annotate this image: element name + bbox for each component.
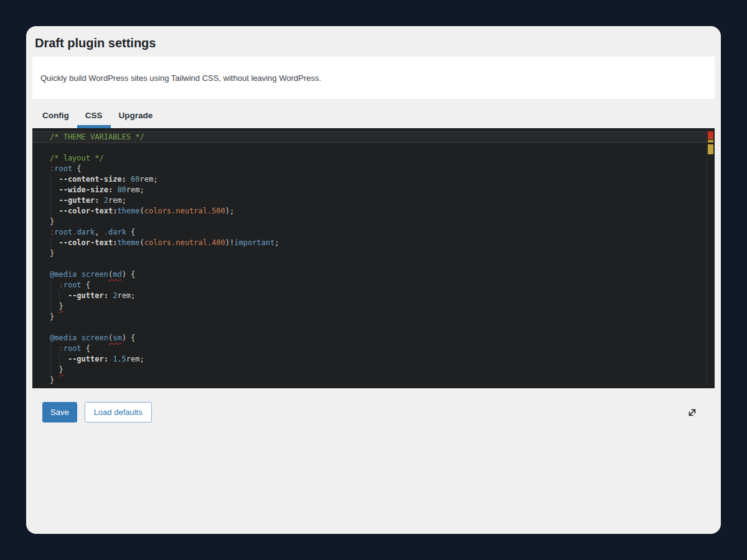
code-line[interactable]: --gutter: 2rem;: [50, 195, 706, 206]
code-line[interactable]: [50, 259, 706, 269]
tab-css-label: CSS: [85, 111, 103, 120]
code-line[interactable]: --wide-size: 80rem;: [50, 185, 706, 195]
code-line[interactable]: --color-text:theme(colors.neutral.400)!i…: [50, 238, 706, 248]
code-line[interactable]: }: [50, 375, 706, 386]
indent-guide: [50, 365, 51, 375]
indent-guide: [50, 195, 51, 206]
code-line[interactable]: }: [50, 217, 706, 227]
indent-guide: [50, 280, 51, 291]
indent-guide: [50, 206, 51, 217]
settings-panel: Draft plugin settings Quickly build Word…: [26, 26, 721, 534]
code-line[interactable]: :root.dark, .dark {: [50, 227, 706, 238]
indent-guide: [50, 343, 51, 354]
code-line[interactable]: --gutter: 1.5rem;: [50, 354, 706, 365]
tab-config[interactable]: Config: [34, 107, 77, 124]
page-title: Draft plugin settings: [32, 26, 715, 57]
settings-tabs: Config CSS Upgrade: [34, 99, 715, 124]
code-line[interactable]: :root {: [50, 280, 706, 291]
actions-row: Save Load defaults: [32, 402, 715, 422]
code-line[interactable]: /* layout */: [50, 153, 706, 164]
editor-annotation-gutter-divider: [707, 128, 707, 388]
code-line[interactable]: /* THEME VARIABLES */: [50, 132, 706, 142]
code-line[interactable]: }: [50, 301, 706, 312]
code-line[interactable]: @media screen(sm) {: [50, 333, 706, 343]
tab-upgrade-label: Upgrade: [119, 111, 153, 120]
indent-guide: [50, 238, 51, 248]
plugin-description-box: Quickly build WordPress sites using Tail…: [32, 57, 715, 99]
code-line[interactable]: --color-text:theme(colors.neutral.500);: [50, 206, 706, 217]
code-line[interactable]: --gutter: 2rem;: [50, 291, 706, 301]
indent-guide: [50, 354, 51, 365]
code-line[interactable]: }: [50, 365, 706, 375]
expand-fullscreen-icon[interactable]: [685, 406, 699, 419]
scrollbar-error-marker[interactable]: [708, 131, 713, 139]
code-line[interactable]: :root {: [50, 343, 706, 354]
plugin-description: Quickly build WordPress sites using Tail…: [32, 73, 321, 83]
indent-guide: [59, 291, 60, 301]
save-button[interactable]: Save: [42, 402, 77, 422]
css-code-editor[interactable]: /* THEME VARIABLES *//* layout */:root {…: [32, 128, 715, 388]
editor-code[interactable]: /* THEME VARIABLES *//* layout */:root {…: [50, 132, 706, 386]
code-line[interactable]: @media screen(md) {: [50, 269, 706, 280]
indent-guide: [50, 291, 51, 301]
code-line[interactable]: [50, 322, 706, 333]
code-line[interactable]: [50, 142, 706, 153]
indent-guide: [50, 185, 51, 195]
indent-guide: [50, 174, 51, 185]
code-line[interactable]: :root {: [50, 164, 706, 174]
code-line[interactable]: }: [50, 248, 706, 259]
tab-config-label: Config: [42, 111, 69, 120]
scrollbar-warning-marker[interactable]: [708, 144, 713, 154]
tab-upgrade[interactable]: Upgrade: [111, 107, 161, 124]
indent-guide: [50, 301, 51, 312]
code-line[interactable]: --content-size: 60rem;: [50, 174, 706, 185]
code-line[interactable]: }: [50, 312, 706, 322]
load-defaults-button[interactable]: Load defaults: [85, 402, 152, 422]
scrollbar-warning-marker-small[interactable]: [708, 140, 713, 142]
tab-css[interactable]: CSS: [77, 107, 111, 124]
indent-guide: [59, 354, 60, 365]
